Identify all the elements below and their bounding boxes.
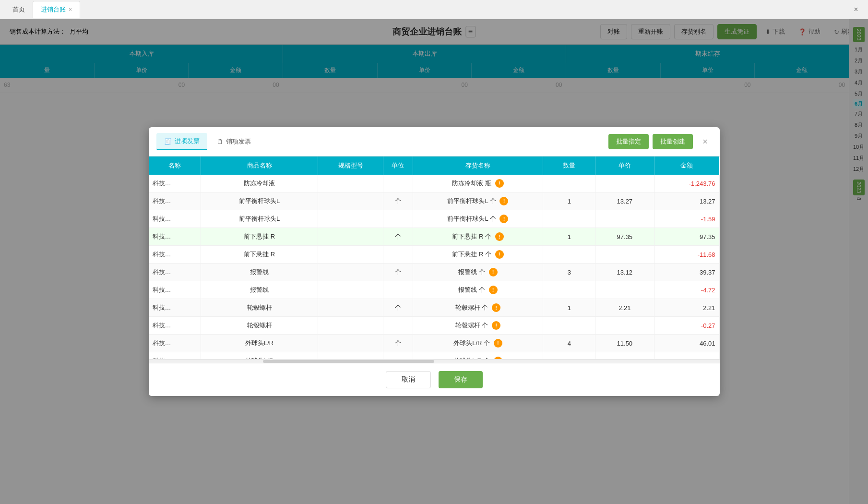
dialog-close-button[interactable]: × [699,135,712,148]
cell-unit [383,210,413,228]
table-row[interactable]: 科技… 防冻冷却液 防冻冷却液 瓶 ! -1,243.76 [149,175,720,192]
warning-icon: ! [499,215,508,223]
warning-icon: ! [495,179,504,188]
warning-icon: ! [499,197,508,205]
table-row[interactable]: 科技… 外球头L/R 个 外球头L/R 个 ! 4 11.50 46.01 [149,335,720,352]
main-area: 销售成本计算方法： 月平均 商贸企业进销台账 ≡ 对账 重新开账 存货别名 生成… [0,19,868,504]
h-scrollbar-thumb[interactable] [263,360,434,363]
warning-icon: ! [495,232,504,241]
cell-name: 科技… [149,352,201,360]
cell-stock: 轮毂螺杆 个 ! [413,317,543,335]
cell-product: 报警线 [201,281,318,299]
table-row[interactable]: 科技… 前平衡杆球头L 前平衡杆球头L 个 ! -1.59 [149,210,720,228]
window-close-button[interactable]: × [849,2,863,17]
tab-home[interactable]: 首页 [5,1,33,18]
table-row[interactable]: 科技… 轮毂螺杆 轮毂螺杆 个 ! -0.27 [149,317,720,335]
table-row[interactable]: 科技… 轮毂螺杆 个 轮毂螺杆 个 ! 1 2.21 2.21 [149,299,720,317]
table-row[interactable]: 科技… 前下悬挂 R 前下悬挂 R 个 ! -11.68 [149,246,720,264]
tab-input-invoice[interactable]: 🧾 进项发票 [156,133,207,150]
output-invoice-icon: 🗒 [217,138,223,145]
cell-qty [543,281,595,299]
cell-product: 前平衡杆球头L [201,210,318,228]
batch-specify-button[interactable]: 批量指定 [608,134,649,149]
cell-unit: 个 [383,264,413,281]
cell-spec [318,264,383,281]
table-row[interactable]: 科技… 前平衡杆球头L 个 前平衡杆球头L 个 ! 1 13.27 13.27 [149,192,720,210]
cell-price: 97.35 [595,228,654,246]
h-scrollbar[interactable] [149,359,720,363]
cell-product: 轮毂螺杆 [201,317,318,335]
table-row[interactable]: 科技… 前下悬挂 R 个 前下悬挂 R 个 ! 1 97.35 97.35 [149,228,720,246]
table-row[interactable]: 科技… 外球头L/R 外球头L/R 个 ! -5.52 [149,352,720,360]
cell-price [595,175,654,192]
cell-amount: -1.59 [654,210,719,228]
cell-product: 外球头L/R [201,335,318,352]
cell-amount: 2.21 [654,299,719,317]
cell-qty: 4 [543,335,595,352]
col-header-stock: 存货名称 [413,156,543,175]
cell-amount: -11.68 [654,246,719,264]
cell-spec [318,299,383,317]
tab-output-invoice[interactable]: 🗒 销项发票 [209,133,259,150]
dialog-table[interactable]: 名称 商品名称 规格型号 单位 存货名称 数量 单价 金额 科技… 防冻冷却液 [149,156,720,359]
warning-icon: ! [492,321,500,330]
cell-amount: -1,243.76 [654,175,719,192]
cell-price [595,352,654,360]
cell-name: 科技… [149,317,201,335]
cell-qty [543,317,595,335]
tab-close-icon[interactable]: × [69,6,72,13]
cell-name: 科技… [149,281,201,299]
cell-name: 科技… [149,246,201,264]
cell-name: 科技… [149,264,201,281]
cell-product: 轮毂螺杆 [201,299,318,317]
dialog-overlay: 🧾 进项发票 🗒 销项发票 批量指定 批量创建 × [0,19,868,504]
cell-unit [383,175,413,192]
cell-price: 2.21 [595,299,654,317]
cell-spec [318,335,383,352]
cell-qty [543,246,595,264]
warning-icon: ! [492,303,500,312]
save-button[interactable]: 保存 [439,371,483,388]
cell-stock: 防冻冷却液 瓶 ! [413,175,543,192]
cell-unit [383,246,413,264]
cancel-button[interactable]: 取消 [386,371,431,388]
cell-stock: 外球头L/R 个 ! [413,335,543,352]
cell-stock: 外球头L/R 个 ! [413,352,543,360]
cell-spec [318,352,383,360]
cell-price [595,281,654,299]
table-row[interactable]: 科技… 报警线 报警线 个 ! -4.72 [149,281,720,299]
cell-product: 前下悬挂 R [201,246,318,264]
cell-qty: 3 [543,264,595,281]
cell-qty [543,352,595,360]
warning-icon: ! [494,339,502,348]
cell-product: 外球头L/R [201,352,318,360]
cell-name: 科技… [149,299,201,317]
col-header-unit: 单位 [383,156,413,175]
cell-unit: 个 [383,228,413,246]
cell-qty [543,175,595,192]
cell-name: 科技… [149,210,201,228]
cell-spec [318,246,383,264]
cell-price: 13.12 [595,264,654,281]
cell-name: 科技… [149,335,201,352]
cell-unit: 个 [383,299,413,317]
cell-amount: 13.27 [654,192,719,210]
cell-qty: 1 [543,299,595,317]
cell-spec [318,210,383,228]
cell-price [595,317,654,335]
cell-qty [543,210,595,228]
cell-name: 科技… [149,228,201,246]
tab-ledger[interactable]: 进销台账 × [33,1,80,18]
cell-name: 科技… [149,175,201,192]
batch-create-button[interactable]: 批量创建 [653,134,693,149]
cell-spec [318,175,383,192]
tab-bar: 首页 进销台账 × × [0,0,868,19]
cell-price: 11.50 [595,335,654,352]
cell-name: 科技… [149,192,201,210]
cell-spec [318,192,383,210]
table-row[interactable]: 科技… 报警线 个 报警线 个 ! 3 13.12 39.37 [149,264,720,281]
col-header-amount: 金额 [654,156,719,175]
col-header-product: 商品名称 [201,156,318,175]
warning-icon: ! [495,250,504,259]
cell-stock: 前下悬挂 R 个 ! [413,228,543,246]
